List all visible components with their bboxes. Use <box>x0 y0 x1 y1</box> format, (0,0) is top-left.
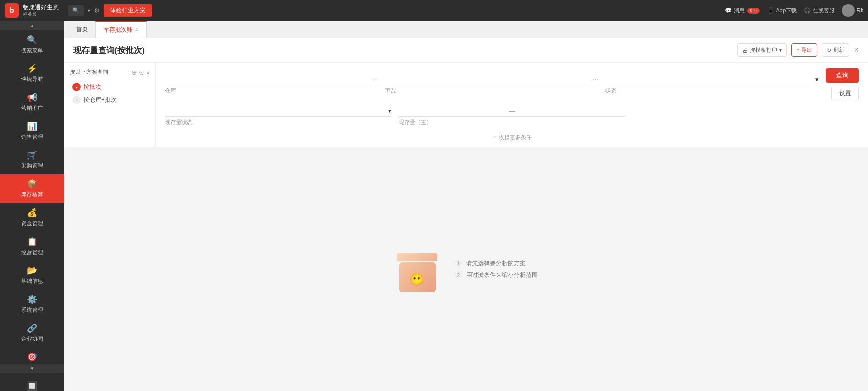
page-header: 现存量查询(按批次) 🖨 按模板打印 ▾ ↑ 导出 ↻ 刷新 × <box>64 38 868 63</box>
sidebar-item-sales[interactable]: 📊 销售管理 <box>0 117 64 146</box>
filter-field-status: ▾ 状态 <box>605 74 819 95</box>
inventory-icon: 📦 <box>27 179 37 189</box>
tab-home[interactable]: 首页 <box>69 22 95 37</box>
export-button[interactable]: ↑ 导出 <box>791 43 817 57</box>
inventory-qty-max-input[interactable] <box>519 108 626 114</box>
filter-scheme-actions: ⊕ ⊙ « <box>132 69 150 76</box>
add-scheme-button[interactable]: ⊕ <box>132 69 137 76</box>
sidebar-item-app-center[interactable]: 🔲 应用中心 <box>0 376 64 391</box>
sidebar-item-inventory[interactable]: 📦 库存核算 <box>0 174 64 203</box>
empty-hint-2: 2 用过滤条件来缩小分析范围 <box>454 271 538 279</box>
marketing-icon: 📢 <box>27 92 37 103</box>
sidebar: ▲ 🔍 搜索菜单 ⚡ 快捷导航 📢 营销推广 📊 销售管理 🛒 采购管理 📦 库… <box>0 21 64 391</box>
scheme-item-warehouse-batch[interactable]: ○ 按仓库+批次 <box>70 93 150 106</box>
search-icon: 🔍 <box>72 7 79 14</box>
warehouse-input[interactable] <box>165 76 371 83</box>
product-input-wrap: ··· <box>385 74 599 85</box>
filter-field-inventory-status: ▾ 现存量状态 <box>165 106 391 126</box>
collapse-more-button[interactable]: ⌃ 收起更多条件 <box>165 132 859 141</box>
topbar: b 畅康通好生意 标准版 🔍 ▾ ⚙ 体验行业方案 💬 消息 99+ 📱 App… <box>0 0 868 21</box>
user-name: Rit <box>857 7 863 14</box>
topbar-dropdown[interactable]: ▾ <box>88 7 90 14</box>
app-center-icon: 🔲 <box>27 381 37 391</box>
inventory-qty-min-input[interactable] <box>399 108 505 114</box>
inventory-status-select[interactable]: ▾ <box>165 106 391 117</box>
print-dropdown-icon: ▾ <box>779 47 782 54</box>
filter-field-product: ··· 商品 <box>385 74 599 95</box>
app-logo: b <box>5 3 19 18</box>
refresh-button[interactable]: ↻ 刷新 <box>822 43 849 57</box>
filter-schemes-header: 按以下方案查询 ⊕ ⊙ « <box>70 68 150 76</box>
message-button[interactable]: 💬 消息 99+ <box>725 7 760 15</box>
sidebar-item-search[interactable]: 🔍 搜索菜单 <box>0 30 64 59</box>
box-lid <box>397 253 438 261</box>
scheme-item-batch[interactable]: ● 按批次 <box>70 81 150 93</box>
hint-num-2: 2 <box>454 271 462 279</box>
empty-state: 😶 1 请先选择要分析的方案 2 用过滤条件来缩小分析范围 <box>64 147 868 391</box>
sidebar-item-quick-nav[interactable]: ⚡ 快捷导航 <box>0 59 64 88</box>
quick-nav-icon: ⚡ <box>27 64 37 74</box>
box-face: 😶 <box>409 272 424 287</box>
headset-icon: 🎧 <box>804 7 811 14</box>
enterprise-icon: 🔗 <box>27 323 37 333</box>
warehouse-input-wrap: ··· <box>165 74 378 85</box>
sidebar-item-purchase[interactable]: 🛒 采购管理 <box>0 146 64 174</box>
finance-icon: 💰 <box>27 208 37 218</box>
hint-num-1: 1 <box>454 259 462 267</box>
sidebar-item-system[interactable]: ⚙️ 系统管理 <box>0 290 64 319</box>
status-select[interactable]: ▾ <box>605 74 819 85</box>
topbar-search[interactable]: 🔍 <box>68 5 84 16</box>
print-icon: 🖨 <box>742 47 748 54</box>
filter-conditions: ··· 仓库 ··· 商品 ▾ <box>156 63 868 147</box>
empty-hint-1: 1 请先选择要分析的方案 <box>454 259 538 267</box>
sidebar-scroll-up[interactable]: ▲ <box>0 21 64 30</box>
empty-hints: 1 请先选择要分析的方案 2 用过滤条件来缩小分析范围 <box>454 259 538 279</box>
scheme-icon-warehouse-batch: ○ <box>72 96 81 104</box>
system-icon: ⚙️ <box>27 294 37 304</box>
message-badge: 99+ <box>747 8 760 14</box>
scheme-settings-button[interactable]: ⊙ <box>139 69 144 76</box>
trial-button[interactable]: 体验行业方案 <box>104 4 152 17</box>
product-more-button[interactable]: ··· <box>593 76 599 83</box>
filter-action-col: 查询 设置 <box>826 68 859 100</box>
filter-field-inventory-qty: — 现存量（主） <box>399 106 625 126</box>
warehouse-more-button[interactable]: ··· <box>373 76 378 83</box>
app-download-button[interactable]: 📱 App下载 <box>767 7 797 15</box>
close-panel-button[interactable]: × <box>854 45 859 55</box>
main-layout: ▲ 🔍 搜索菜单 ⚡ 快捷导航 📢 营销推广 📊 销售管理 🛒 采购管理 📦 库… <box>0 21 868 391</box>
inventory-qty-wrap: — <box>399 106 625 117</box>
status-dropdown-icon: ▾ <box>815 76 819 83</box>
inventory-status-dropdown-icon: ▾ <box>388 108 391 114</box>
online-service-button[interactable]: 🎧 在线客服 <box>804 7 835 15</box>
app-brand: 畅康通好生意 标准版 <box>23 3 59 18</box>
settings-button[interactable]: 设置 <box>831 87 859 100</box>
tab-batch-account[interactable]: 库存批次账 × <box>95 21 147 38</box>
export-icon: ↑ <box>797 47 799 54</box>
sidebar-item-enterprise[interactable]: 🔗 企业协同 <box>0 319 64 348</box>
filter-field-warehouse: ··· 仓库 <box>165 74 378 95</box>
search-menu-icon: 🔍 <box>27 35 37 45</box>
sales-icon: 📊 <box>27 121 37 131</box>
topbar-right: 💬 消息 99+ 📱 App下载 🎧 在线客服 Rit <box>725 4 863 17</box>
topbar-gear[interactable]: ⚙ <box>94 7 100 14</box>
sidebar-item-marketing[interactable]: 📢 营销推广 <box>0 88 64 117</box>
phone-icon: 📱 <box>767 7 774 14</box>
user-avatar <box>842 4 855 17</box>
sidebar-item-basic-info[interactable]: 📂 基础信息 <box>0 261 64 290</box>
collapse-schemes-button[interactable]: « <box>146 69 150 76</box>
page-actions: 🖨 按模板打印 ▾ ↑ 导出 ↻ 刷新 × <box>737 43 859 57</box>
filter-row-1: ··· 仓库 ··· 商品 ▾ <box>165 68 859 100</box>
sidebar-item-operations[interactable]: 📋 经营管理 <box>0 232 64 261</box>
topbar-center: 🔍 ▾ ⚙ 体验行业方案 <box>59 4 725 17</box>
page-title: 现存量查询(按批次) <box>73 45 145 56</box>
sidebar-scroll-down[interactable]: ▼ <box>0 364 64 373</box>
sidebar-item-finance[interactable]: 💰 资金管理 <box>0 203 64 232</box>
collapse-chevron-icon: ⌃ <box>492 135 497 141</box>
basic-info-icon: 📂 <box>27 266 37 276</box>
query-button[interactable]: 查询 <box>826 68 859 83</box>
tab-close-button[interactable]: × <box>136 27 139 33</box>
user-avatar-area[interactable]: Rit <box>842 4 863 17</box>
print-template-button[interactable]: 🖨 按模板打印 ▾ <box>737 43 787 57</box>
purchase-icon: 🛒 <box>27 150 37 160</box>
product-input[interactable] <box>385 76 591 83</box>
